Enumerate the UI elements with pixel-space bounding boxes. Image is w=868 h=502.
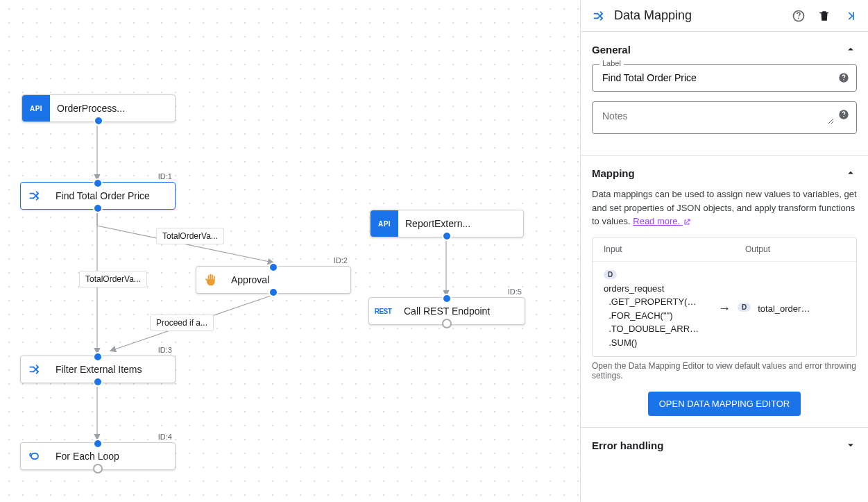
port-out[interactable] [93,377,103,387]
mapping-description: Data mappings can be used to assign new … [592,187,857,228]
collapse-panel-icon[interactable] [843,9,857,23]
notes-textarea[interactable] [601,109,834,124]
port-out[interactable] [269,287,278,297]
node-label: OrderProcess... [50,95,175,122]
chevron-up-icon [844,43,857,56]
section-error-handling: Error handling [581,427,868,462]
label-input[interactable] [601,72,834,84]
open-mapping-editor-button[interactable]: OPEN DATA MAPPING EDITOR [648,392,801,416]
data-mapping-icon [21,183,49,209]
node-filter-external-items[interactable]: ID:3 Filter External Items [20,355,176,383]
col-output: Output [745,244,845,254]
api-icon: API [371,210,398,237]
port-in[interactable] [442,294,452,303]
node-label: For Each Loop [49,443,175,469]
node-call-rest-endpoint[interactable]: ID:5 REST Call REST Endpoint [368,297,525,325]
mapping-table: Input Output D orders_request .GET_PROPE… [592,237,857,358]
edge-layer [0,0,580,502]
api-icon: API [22,95,50,122]
mapping-output-var: total_order… [758,303,810,314]
read-more-link[interactable]: Read more. [633,216,691,226]
node-label: ReportExtern... [398,210,523,237]
help-icon[interactable] [838,109,849,120]
port-out[interactable] [94,116,103,126]
help-icon[interactable] [792,9,806,23]
panel-header: Data Mapping [581,0,868,31]
type-chip: D [604,270,617,279]
edge-label[interactable]: Proceed if a... [150,315,214,331]
node-trigger-orderprocess[interactable]: API OrderProcess... [22,94,176,122]
help-icon[interactable] [838,72,849,83]
mapping-row[interactable]: D orders_request .GET_PROPERTY(… .FOR_EA… [593,261,856,357]
details-panel: Data Mapping General Label Mapping [580,0,868,502]
port-out[interactable] [442,319,452,328]
port-out[interactable] [93,464,103,474]
node-id: ID:2 [334,256,348,265]
flow-canvas[interactable]: API OrderProcess... ID:1 Find Total Orde… [0,0,580,502]
edge-label[interactable]: TotalOrderVa... [79,271,147,287]
loop-icon [21,443,49,469]
port-in[interactable] [93,352,103,362]
chevron-down-icon [844,439,857,451]
node-id: ID:4 [158,433,172,441]
node-id: ID:5 [508,287,522,296]
port-in[interactable] [269,262,278,272]
section-header-general[interactable]: General [592,43,857,64]
section-general: General Label [581,31,868,155]
type-chip: D [738,303,751,312]
node-id: ID:3 [158,346,172,354]
panel-title: Data Mapping [614,8,783,23]
col-input: Input [604,244,704,254]
node-find-total-order-price[interactable]: ID:1 Find Total Order Price [20,182,176,210]
node-trigger-reportextern[interactable]: API ReportExtern... [370,210,524,237]
data-mapping-icon [592,9,606,23]
notes-field[interactable] [592,101,857,134]
node-label: Call REST Endpoint [397,298,525,324]
section-header-mapping[interactable]: Mapping [592,167,857,187]
node-label: Filter External Items [49,356,175,383]
hand-icon [196,267,224,293]
chevron-up-icon [844,167,857,179]
node-for-each-loop[interactable]: ID:4 For Each Loop [20,442,176,470]
section-header-error[interactable]: Error handling [592,439,857,451]
rest-icon: REST [369,298,397,324]
section-mapping: Mapping Data mappings can be used to ass… [581,155,868,427]
node-label: Approval [224,267,350,293]
section-title: Mapping [592,167,635,179]
port-in[interactable] [93,178,103,188]
section-title: General [592,44,631,56]
mapping-hint: Open the Data Mapping Editor to view def… [592,361,857,380]
node-approval[interactable]: ID:2 Approval [196,266,351,294]
mapping-input-expr: orders_request .GET_PROPERTY(… .FOR_EACH… [604,282,711,350]
node-id: ID:1 [158,172,172,181]
data-mapping-icon [21,356,49,383]
field-label: Label [599,59,624,67]
edge-label[interactable]: TotalOrderVa... [156,228,224,244]
port-in[interactable] [93,439,103,449]
arrow-icon: → [718,301,731,316]
section-title: Error handling [592,440,663,451]
port-out[interactable] [93,203,103,213]
delete-icon[interactable] [818,9,831,23]
node-label: Find Total Order Price [49,183,175,209]
label-field[interactable]: Label [592,64,857,92]
port-out[interactable] [442,231,452,241]
